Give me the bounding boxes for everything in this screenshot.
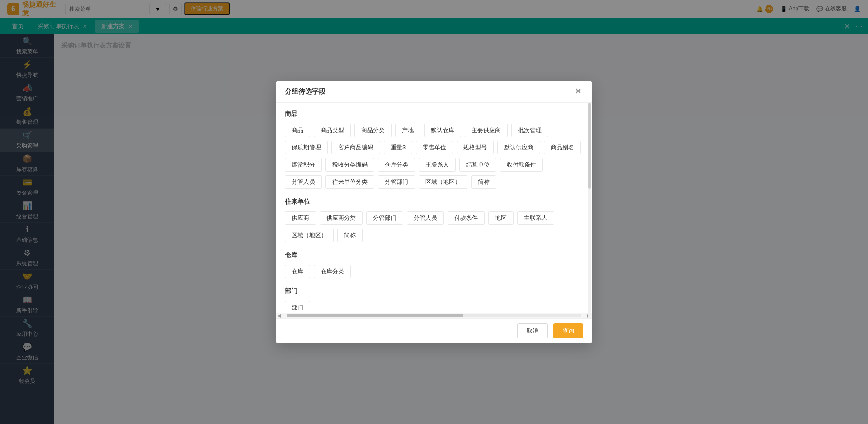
field-tag[interactable]: 地区 [488, 211, 514, 225]
modal-overlay: 分组待选字段 ✕ 商品 商品 商品类型 商品分类 产地 默认仓库 主要供应商 批… [0, 0, 868, 424]
section-contact-fields: 供应商 供应商分类 分管部门 分管人员 付款条件 地区 主联系人 区域（地区） … [285, 211, 583, 242]
h-scrollbar-thumb [287, 314, 463, 317]
field-tag[interactable]: 客户商品编码 [331, 141, 380, 154]
field-tag[interactable]: 结算单位 [459, 158, 496, 172]
field-tag[interactable]: 付款条件 [448, 211, 485, 225]
modal-title: 分组待选字段 [285, 87, 326, 96]
field-tag[interactable]: 分管部门 [366, 211, 403, 225]
field-tag[interactable]: 仓库分类 [378, 158, 415, 172]
modal-close-btn[interactable]: ✕ [572, 86, 583, 97]
field-tag[interactable]: 仓库分类 [314, 265, 351, 278]
modal-header: 分组待选字段 ✕ [276, 81, 592, 103]
section-contact: 往来单位 供应商 供应商分类 分管部门 分管人员 付款条件 地区 主联系人 区域… [285, 198, 583, 242]
modal-body[interactable]: 商品 商品 商品类型 商品分类 产地 默认仓库 主要供应商 批次管理 保质期管理… [276, 103, 592, 313]
field-tag[interactable]: 主联系人 [517, 211, 554, 225]
h-scroll-right[interactable]: ▶ [585, 313, 592, 318]
field-tag[interactable]: 简称 [337, 229, 363, 242]
field-tag[interactable]: 分管部门 [378, 175, 415, 189]
field-tag[interactable]: 批次管理 [511, 124, 548, 137]
section-department: 部门 部门 [285, 287, 583, 313]
field-tag[interactable]: 区域（地区） [285, 229, 334, 242]
field-tag[interactable]: 保质期管理 [285, 141, 328, 154]
field-tag[interactable]: 商品分类 [354, 124, 392, 137]
field-tag[interactable]: 主要供应商 [465, 124, 508, 137]
field-tag[interactable]: 默认供应商 [497, 141, 540, 154]
section-department-title: 部门 [285, 287, 583, 295]
h-scrollbar-track[interactable] [287, 314, 581, 317]
field-tag[interactable]: 商品别名 [544, 141, 581, 154]
field-tag[interactable]: 往来单位分类 [326, 175, 374, 189]
field-tag[interactable]: 区域（地区） [419, 175, 467, 189]
section-product: 商品 商品 商品类型 商品分类 产地 默认仓库 主要供应商 批次管理 保质期管理… [285, 110, 583, 189]
field-tag[interactable]: 税收分类编码 [326, 158, 374, 172]
field-tag[interactable]: 仓库 [285, 265, 310, 278]
field-tag[interactable]: 收付款条件 [500, 158, 543, 172]
field-tag[interactable]: 默认仓库 [424, 124, 461, 137]
modal-footer: 取消 查询 [276, 318, 592, 343]
field-tag[interactable]: 部门 [285, 301, 310, 313]
field-tag[interactable]: 分管人员 [285, 175, 322, 189]
field-tag[interactable]: 炼货积分 [285, 158, 322, 172]
field-tag[interactable]: 供应商 [285, 211, 316, 225]
confirm-button[interactable]: 查询 [553, 323, 583, 338]
field-tag[interactable]: 零售单位 [416, 141, 453, 154]
field-tag[interactable]: 主联系人 [419, 158, 456, 172]
field-tag[interactable]: 分管人员 [407, 211, 444, 225]
field-tag[interactable]: 产地 [395, 124, 420, 137]
section-product-fields: 商品 商品类型 商品分类 产地 默认仓库 主要供应商 批次管理 保质期管理 客户… [285, 124, 583, 189]
section-product-title: 商品 [285, 110, 583, 118]
section-department-fields: 部门 [285, 301, 583, 313]
section-warehouse-title: 仓库 [285, 251, 583, 259]
field-tag[interactable]: 简称 [471, 175, 496, 189]
h-scroll-left[interactable]: ◀ [276, 313, 283, 318]
field-tag[interactable]: 重量3 [384, 141, 412, 154]
field-select-modal: 分组待选字段 ✕ 商品 商品 商品类型 商品分类 产地 默认仓库 主要供应商 批… [276, 81, 592, 343]
section-warehouse-fields: 仓库 仓库分类 [285, 265, 583, 278]
modal-h-scrollbar[interactable]: ◀ ▶ [276, 313, 592, 318]
field-tag[interactable]: 规格型号 [457, 141, 494, 154]
field-tag[interactable]: 商品类型 [314, 124, 351, 137]
cancel-button[interactable]: 取消 [517, 323, 548, 338]
section-warehouse: 仓库 仓库 仓库分类 [285, 251, 583, 278]
section-contact-title: 往来单位 [285, 198, 583, 206]
field-tag[interactable]: 供应商分类 [320, 211, 363, 225]
field-tag[interactable]: 商品 [285, 124, 310, 137]
